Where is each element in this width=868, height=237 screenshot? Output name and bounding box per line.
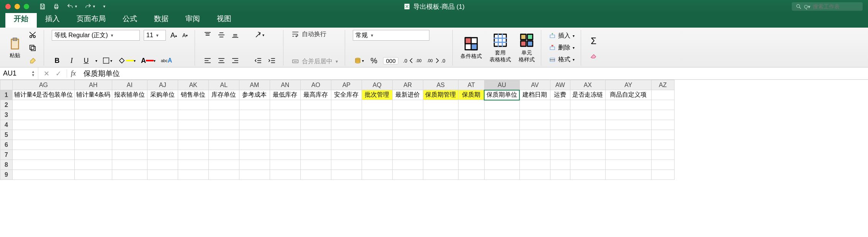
format-cells-button[interactable]: 格式▾ [549, 56, 575, 64]
cell-AP3[interactable] [331, 110, 362, 120]
cell-AR8[interactable] [392, 160, 423, 170]
cell-AS8[interactable] [423, 160, 458, 170]
cell-AT4[interactable] [458, 120, 484, 130]
cell-AH6[interactable] [74, 140, 112, 150]
cell-AG2[interactable] [13, 100, 75, 110]
increase-decimal-button[interactable]: .0.00 [402, 56, 422, 66]
cell-AT1[interactable]: 保质期 [458, 90, 484, 100]
row-header-5[interactable]: 5 [0, 130, 13, 140]
col-header-AO[interactable]: AO [300, 80, 331, 90]
cell-AW2[interactable] [550, 100, 570, 110]
fill-color-button[interactable]: ▾ [117, 56, 136, 66]
cell-AZ8[interactable] [651, 160, 674, 170]
cell-AN8[interactable] [270, 160, 300, 170]
cell-AP5[interactable] [331, 130, 362, 140]
col-header-AY[interactable]: AY [605, 80, 651, 90]
underline-button[interactable]: U [81, 57, 92, 65]
cell-AP4[interactable] [331, 120, 362, 130]
cell-AI5[interactable] [112, 130, 147, 140]
cell-AT8[interactable] [458, 160, 484, 170]
cell-AY9[interactable] [605, 170, 651, 180]
cell-AX4[interactable] [570, 120, 605, 130]
col-header-AQ[interactable]: AQ [362, 80, 392, 90]
cell-AR9[interactable] [392, 170, 423, 180]
cell-AV5[interactable] [519, 130, 550, 140]
italic-button[interactable]: I [66, 57, 77, 65]
cell-AV1[interactable]: 建档日期 [519, 90, 550, 100]
align-bottom-button[interactable] [230, 30, 240, 40]
border-button[interactable]: ▾ [101, 56, 113, 66]
col-header-AV[interactable]: AV [519, 80, 550, 90]
cell-AV9[interactable] [519, 170, 550, 180]
cell-AN7[interactable] [270, 150, 300, 160]
cell-AZ1[interactable] [651, 90, 674, 100]
save-button[interactable] [39, 3, 46, 10]
conditional-formatting-button[interactable]: 条件格式 [460, 36, 482, 60]
cell-AI4[interactable] [112, 120, 147, 130]
cell-AX2[interactable] [570, 100, 605, 110]
cell-AJ8[interactable] [147, 160, 178, 170]
cell-AM9[interactable] [239, 170, 270, 180]
cell-AG7[interactable] [13, 150, 75, 160]
cell-AW9[interactable] [550, 170, 570, 180]
col-header-AR[interactable]: AR [392, 80, 423, 90]
cell-AW6[interactable] [550, 140, 570, 150]
cell-AY5[interactable] [605, 130, 651, 140]
cell-AJ1[interactable]: 采购单位 [147, 90, 178, 100]
cell-AZ3[interactable] [651, 110, 674, 120]
cell-AI2[interactable] [112, 100, 147, 110]
cell-AQ7[interactable] [362, 150, 392, 160]
cell-AU6[interactable] [484, 140, 519, 150]
cell-AU7[interactable] [484, 150, 519, 160]
row-header-3[interactable]: 3 [0, 110, 13, 120]
cell-AP8[interactable] [331, 160, 362, 170]
cell-AI7[interactable] [112, 150, 147, 160]
autosum-button[interactable]: Σ [589, 35, 599, 47]
cell-AM5[interactable] [239, 130, 270, 140]
cell-AW3[interactable] [550, 110, 570, 120]
enter-formula-button[interactable]: ✓ [56, 69, 61, 78]
row-header-1[interactable]: 1 [0, 90, 13, 100]
col-header-AK[interactable]: AK [178, 80, 208, 90]
cell-AQ4[interactable] [362, 120, 392, 130]
cell-AS5[interactable] [423, 130, 458, 140]
currency-button[interactable]: ▾ [353, 56, 365, 66]
cell-AN4[interactable] [270, 120, 300, 130]
undo-button[interactable]: ▼ [67, 3, 78, 10]
cell-AL1[interactable]: 库存单位 [208, 90, 239, 100]
cell-AG4[interactable] [13, 120, 75, 130]
maximize-window-button[interactable] [24, 4, 29, 9]
cell-AP2[interactable] [331, 100, 362, 110]
cell-AI6[interactable] [112, 140, 147, 150]
cell-AY6[interactable] [605, 140, 651, 150]
cell-AJ9[interactable] [147, 170, 178, 180]
tab-视图[interactable]: 视图 [208, 11, 240, 28]
cell-AN3[interactable] [270, 110, 300, 120]
cell-AV3[interactable] [519, 110, 550, 120]
qat-customize-button[interactable]: ▼ [103, 5, 106, 8]
decrease-font-button[interactable]: A▾ [182, 31, 188, 39]
cell-AK7[interactable] [178, 150, 208, 160]
cell-AM4[interactable] [239, 120, 270, 130]
cell-AV7[interactable] [519, 150, 550, 160]
cell-AX1[interactable]: 是否走冻链 [570, 90, 605, 100]
select-all-corner[interactable] [0, 80, 13, 90]
col-header-AW[interactable]: AW [550, 80, 570, 90]
minimize-window-button[interactable] [15, 4, 20, 9]
cell-AH9[interactable] [74, 170, 112, 180]
search-box[interactable]: Q▾ [792, 2, 863, 11]
decrease-indent-button[interactable] [253, 56, 263, 66]
cell-AY1[interactable]: 商品自定义项 [605, 90, 651, 100]
cell-AG8[interactable] [13, 160, 75, 170]
cell-AK4[interactable] [178, 120, 208, 130]
cell-AR5[interactable] [392, 130, 423, 140]
cell-AW4[interactable] [550, 120, 570, 130]
cell-AZ9[interactable] [651, 170, 674, 180]
spreadsheet-grid[interactable]: AGAHAIAJAKALAMANAOAPAQARASATAUAVAWAXAYAZ… [0, 80, 868, 180]
cell-AS3[interactable] [423, 110, 458, 120]
cell-AT3[interactable] [458, 110, 484, 120]
align-right-button[interactable] [230, 56, 240, 66]
wrap-text-button[interactable]: 自动换行 [291, 30, 339, 38]
cell-AJ3[interactable] [147, 110, 178, 120]
cell-AK9[interactable] [178, 170, 208, 180]
